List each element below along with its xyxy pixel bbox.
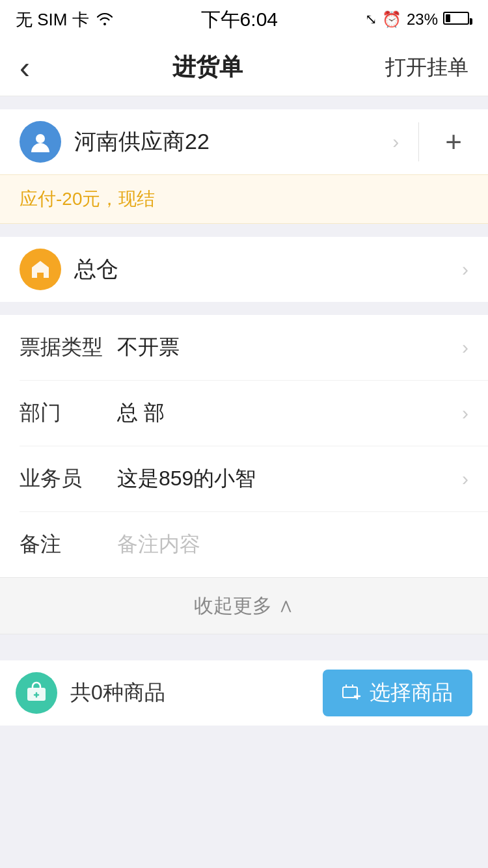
salesman-value: 这是859的小智 [111, 465, 462, 493]
warehouse-card: 总仓 › [0, 237, 488, 302]
alarm-icon: ⏰ [382, 10, 401, 29]
notice-text: 应付-20元，现结 [20, 189, 155, 209]
department-value: 总 部 [111, 399, 462, 427]
warehouse-icon [20, 249, 61, 290]
carrier-label: 无 SIM 卡 [16, 8, 89, 31]
invoice-type-value: 不开票 [111, 333, 462, 362]
notice-bar: 应付-20元，现结 [0, 174, 488, 224]
collapse-label: 收起更多 ∧ [194, 593, 293, 619]
department-chevron: › [462, 402, 468, 424]
supplier-avatar [20, 121, 61, 163]
form-row-invoice-type[interactable]: 票据类型 不开票 › [0, 315, 488, 380]
supplier-right: › + [392, 122, 468, 161]
product-count-label: 共0种商品 [70, 679, 323, 707]
wifi-icon [96, 10, 114, 30]
remark-label: 备注 [20, 530, 111, 559]
supplier-card: 河南供应商22 › + 应付-20元，现结 [0, 109, 488, 224]
battery-label: 23% [407, 10, 438, 29]
location-icon: ⤡ [365, 11, 377, 28]
back-button[interactable]: ‹ [20, 49, 30, 85]
supplier-name: 河南供应商22 [74, 127, 392, 157]
status-right: ⤡ ⏰ 23% [365, 10, 472, 29]
salesman-chevron: › [462, 468, 468, 490]
form-row-remark[interactable]: 备注 备注内容 [0, 512, 488, 577]
background-fill [0, 726, 488, 868]
svg-rect-1 [37, 273, 44, 279]
invoice-type-chevron: › [462, 336, 468, 359]
collapse-button[interactable]: 收起更多 ∧ [0, 577, 488, 634]
nav-bar: ‹ 进货单 打开挂单 [0, 39, 488, 96]
remark-placeholder: 备注内容 [111, 530, 468, 559]
nav-title: 进货单 [172, 51, 243, 83]
department-label: 部门 [20, 399, 111, 427]
supplier-chevron-icon: › [392, 131, 399, 153]
warehouse-name: 总仓 [74, 254, 462, 284]
vertical-divider [418, 122, 419, 161]
status-time: 下午6:04 [201, 7, 278, 33]
section-gap-2 [0, 224, 488, 237]
form-row-salesman[interactable]: 业务员 这是859的小智 › [0, 446, 488, 511]
select-product-label: 选择商品 [370, 679, 453, 707]
product-bar: 共0种商品 选择商品 [0, 660, 488, 726]
warehouse-row[interactable]: 总仓 › [0, 237, 488, 302]
warehouse-chevron-icon: › [462, 258, 468, 280]
status-left: 无 SIM 卡 [16, 8, 114, 31]
battery-icon [443, 10, 472, 29]
svg-point-0 [36, 134, 45, 143]
form-card: 票据类型 不开票 › 部门 总 部 › 业务员 这是859的小智 › 备注 备注… [0, 315, 488, 577]
select-product-button[interactable]: 选择商品 [323, 670, 472, 716]
product-icon [16, 672, 57, 714]
section-gap-1 [0, 96, 488, 109]
open-pending-button[interactable]: 打开挂单 [385, 53, 468, 82]
section-gap-3 [0, 302, 488, 315]
status-bar: 无 SIM 卡 下午6:04 ⤡ ⏰ 23% [0, 0, 488, 39]
invoice-type-label: 票据类型 [20, 333, 111, 362]
supplier-row[interactable]: 河南供应商22 › + [0, 109, 488, 174]
section-gap-4 [0, 634, 488, 647]
salesman-label: 业务员 [20, 465, 111, 493]
add-supplier-button[interactable]: + [439, 126, 468, 158]
form-row-department[interactable]: 部门 总 部 › [0, 381, 488, 446]
